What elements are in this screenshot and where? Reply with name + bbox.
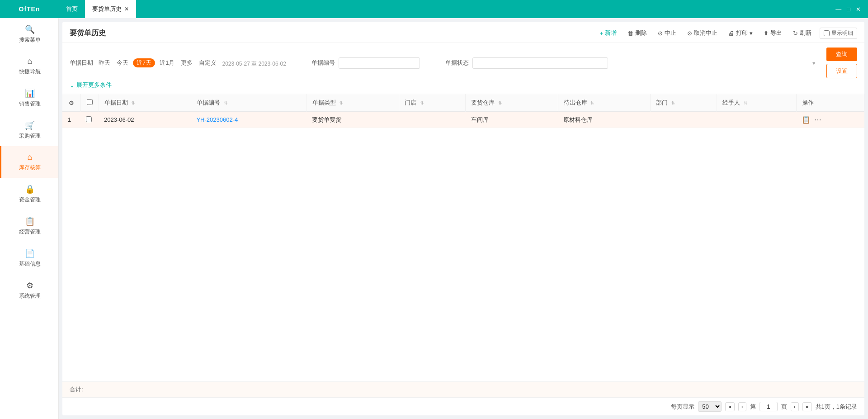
delete-icon: 🗑 bbox=[627, 30, 633, 37]
display-detail-checkbox[interactable] bbox=[824, 30, 830, 36]
first-page-button[interactable]: « bbox=[725, 402, 735, 411]
minimize-icon[interactable]: — bbox=[835, 6, 841, 13]
filter-area: 单据日期 昨天 今天 近7天 近1月 更多 自定义 2023-05-27 至 2… bbox=[62, 43, 864, 94]
date-range-display: 2023-05-27 至 2023-06-02 bbox=[222, 61, 286, 67]
date-shortcut-1month[interactable]: 近1月 bbox=[158, 58, 176, 67]
department-sort-icon[interactable]: ⇅ bbox=[671, 100, 675, 105]
delete-button[interactable]: 🗑 删除 bbox=[625, 27, 650, 39]
header-actions: + 新增 🗑 删除 ⊘ 中止 ⊘ 取消中止 bbox=[597, 27, 857, 39]
query-button[interactable]: 查询 bbox=[826, 48, 857, 61]
sidebar-item-finance[interactable]: 🔒 资金管理 bbox=[0, 178, 58, 210]
status-input[interactable] bbox=[472, 57, 608, 69]
row-bill-no-link[interactable]: YH-20230602-4 bbox=[196, 116, 238, 123]
table-settings-icon[interactable]: ⚙ bbox=[69, 100, 74, 106]
content-area: 要货单历史 + 新增 🗑 删除 ⊘ 中止 ⊘ bbox=[59, 18, 868, 419]
date-label: 单据日期 bbox=[70, 59, 93, 67]
th-pending-warehouse-label: 待出仓库 bbox=[564, 99, 587, 106]
bill-no-sort-icon[interactable]: ⇅ bbox=[224, 100, 227, 105]
pagination: 每页显示 10 20 50 100 « ‹ 第 页 › » 共1页，1条记录 bbox=[62, 397, 864, 415]
inventory-icon: ⌂ bbox=[28, 152, 33, 162]
sidebar-item-operations[interactable]: 📋 经营管理 bbox=[0, 210, 58, 242]
th-req-warehouse-label: 要货仓库 bbox=[471, 99, 495, 106]
refresh-label: 刷新 bbox=[800, 29, 811, 37]
th-bill-no: 单据编号 ⇅ bbox=[191, 94, 307, 112]
page-input[interactable] bbox=[760, 402, 778, 411]
expand-label: 展开更多条件 bbox=[76, 81, 112, 89]
print-button[interactable]: 🖨 打印 ▾ bbox=[726, 27, 755, 39]
export-button[interactable]: ⬆ 导出 bbox=[761, 27, 785, 39]
refresh-button[interactable]: ↻ 刷新 bbox=[790, 27, 814, 39]
th-store: 门店 ⇅ bbox=[399, 94, 466, 112]
th-store-label: 门店 bbox=[405, 99, 416, 106]
stop-label: 中止 bbox=[665, 29, 676, 37]
date-shortcut-today[interactable]: 今天 bbox=[115, 58, 130, 67]
brand-logo: OfTEn bbox=[0, 0, 59, 18]
req-warehouse-sort-icon[interactable]: ⇅ bbox=[498, 100, 502, 105]
store-sort-icon[interactable]: ⇅ bbox=[420, 100, 424, 105]
new-button[interactable]: + 新增 bbox=[597, 27, 619, 39]
per-page-select[interactable]: 10 20 50 100 bbox=[698, 401, 722, 412]
next-page-button[interactable]: › bbox=[791, 402, 799, 411]
footer-total-label: 合计: bbox=[70, 386, 83, 394]
sidebar-quick-nav-label: 快捷导航 bbox=[19, 68, 41, 76]
sidebar-item-inventory[interactable]: ⌂ 库存核算 bbox=[0, 146, 58, 178]
row-edit-icon[interactable]: 📋 bbox=[802, 115, 811, 124]
print-icon: 🖨 bbox=[728, 30, 734, 37]
th-settings[interactable]: ⚙ bbox=[62, 94, 80, 112]
row-date: 2023-06-02 bbox=[99, 112, 191, 128]
tab-home-label: 首页 bbox=[66, 5, 78, 13]
date-shortcut-custom[interactable]: 自定义 bbox=[197, 58, 218, 67]
export-icon: ⬆ bbox=[764, 30, 769, 37]
date-shortcut-yesterday[interactable]: 昨天 bbox=[97, 58, 112, 67]
row-more-icon[interactable]: ⋯ bbox=[814, 115, 821, 124]
row-index: 1 bbox=[62, 112, 80, 128]
maximize-icon[interactable]: □ bbox=[847, 6, 850, 13]
th-date-label: 单据日期 bbox=[104, 99, 128, 106]
setting-button[interactable]: 设置 bbox=[826, 64, 857, 78]
row-store bbox=[399, 112, 466, 128]
row-select-checkbox[interactable] bbox=[86, 116, 92, 122]
close-tab-icon[interactable]: ✕ bbox=[124, 6, 129, 12]
table-footer: 合计: bbox=[62, 381, 864, 397]
bill-type-sort-icon[interactable]: ⇅ bbox=[339, 100, 343, 105]
window-controls: — □ ✕ bbox=[835, 6, 868, 13]
tab-requisition-label: 要货单历史 bbox=[92, 5, 122, 13]
new-label: 新增 bbox=[605, 29, 617, 37]
pending-warehouse-sort-icon[interactable]: ⇅ bbox=[590, 100, 594, 105]
sidebar-item-sales[interactable]: 📊 销售管理 bbox=[0, 82, 58, 114]
th-actions: 操作 bbox=[796, 94, 864, 112]
tab-home[interactable]: 首页 bbox=[59, 0, 85, 18]
row-handler bbox=[717, 112, 797, 128]
last-page-button[interactable]: » bbox=[802, 402, 812, 411]
expand-more-button[interactable]: ⌄ 展开更多条件 bbox=[70, 81, 857, 89]
sidebar-item-system[interactable]: ⚙ 系统管理 bbox=[0, 274, 58, 306]
tab-requisition-history[interactable]: 要货单历史 ✕ bbox=[85, 0, 136, 18]
bill-no-input[interactable] bbox=[339, 57, 420, 69]
new-icon: + bbox=[599, 30, 603, 37]
print-label: 打印 bbox=[736, 29, 748, 37]
stop-button[interactable]: ⊘ 中止 bbox=[655, 27, 679, 39]
status-dropdown-icon[interactable]: ▾ bbox=[812, 60, 816, 67]
handler-sort-icon[interactable]: ⇅ bbox=[744, 100, 747, 105]
data-table: ⚙ 单据日期 ⇅ 单据编号 ⇅ bbox=[62, 94, 864, 128]
sidebar-item-basic-info[interactable]: 📄 基础信息 bbox=[0, 242, 58, 274]
prev-page-button[interactable]: ‹ bbox=[738, 402, 746, 411]
th-actions-label: 操作 bbox=[802, 99, 814, 106]
date-sort-icon[interactable]: ⇅ bbox=[131, 100, 135, 105]
close-window-icon[interactable]: ✕ bbox=[856, 6, 861, 13]
th-bill-type: 单据类型 ⇅ bbox=[307, 94, 399, 112]
top-bar: OfTEn 首页 要货单历史 ✕ — □ ✕ bbox=[0, 0, 868, 18]
select-all-checkbox[interactable] bbox=[87, 99, 93, 105]
date-shortcut-more[interactable]: 更多 bbox=[179, 58, 194, 67]
sidebar-item-search[interactable]: 🔍 搜索菜单 bbox=[0, 18, 58, 50]
sidebar-item-quick-nav[interactable]: ⌂ 快捷导航 bbox=[0, 50, 58, 82]
sidebar-item-purchase[interactable]: 🛒 采购管理 bbox=[0, 114, 58, 146]
row-bill-no[interactable]: YH-20230602-4 bbox=[191, 112, 307, 128]
print-dropdown-icon: ▾ bbox=[750, 30, 753, 37]
system-icon: ⚙ bbox=[26, 281, 33, 290]
date-shortcut-7days[interactable]: 近7天 bbox=[133, 58, 155, 67]
sales-icon: 📊 bbox=[25, 88, 35, 98]
display-detail-button[interactable]: 显示明细 bbox=[820, 28, 857, 39]
cancel-stop-button[interactable]: ⊘ 取消中止 bbox=[684, 27, 720, 39]
basic-info-icon: 📄 bbox=[25, 248, 35, 258]
